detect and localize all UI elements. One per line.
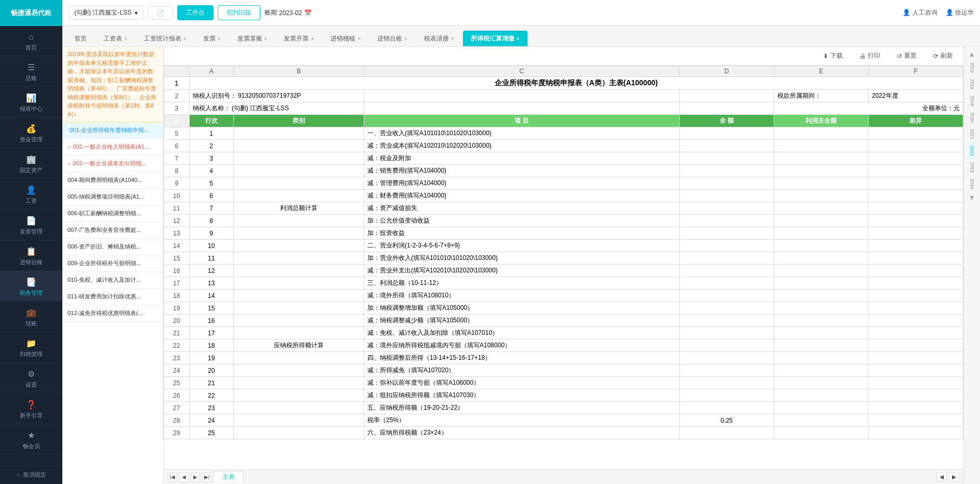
cell-18d[interactable] [679,290,774,302]
cell-19d[interactable] [679,302,774,315]
timeline-arrow-down[interactable]: ▼ [968,192,977,203]
cell-13e[interactable] [774,227,868,240]
cell-8e[interactable] [774,165,868,177]
cell-21a[interactable]: 17 [189,327,233,339]
cell-12d[interactable] [679,215,774,227]
tab-inout-ledger[interactable]: 进销台账 × [369,31,415,46]
tab-invoice-close[interactable]: × [218,36,221,42]
cell-15b[interactable] [233,252,364,265]
sidebar-item-tax[interactable]: 📑 税务管理 [0,271,62,302]
cell-19c[interactable]: 加：纳税调整增加额（填写A105000） [364,302,680,315]
cell-16c[interactable]: 减：营业外支出(填写A102010\102020\103000) [364,265,680,277]
cell-13d[interactable] [679,227,774,240]
cell-8d[interactable] [679,165,774,177]
cell-16b[interactable] [233,265,364,277]
cell-27e[interactable] [774,402,868,414]
cell-25e[interactable] [774,377,868,389]
sidebar-item-reports[interactable]: 📊 报表中心 [0,87,62,117]
tab-invoice-open[interactable]: 发票开票 × [276,31,322,46]
cell-27a[interactable]: 23 [189,402,233,414]
timeline-year-2024[interactable]: 2024 [969,176,975,192]
cell-14b[interactable] [233,240,364,252]
cell-15d[interactable] [679,252,774,265]
cell-28e[interactable] [774,414,868,427]
cell-24a[interactable]: 20 [189,364,233,377]
tab-salary[interactable]: 工资表 × [96,31,135,46]
cell-6a[interactable]: 2 [189,140,233,152]
cell-27f[interactable] [868,402,963,414]
table-scroll-right[interactable]: ▶ [949,473,959,481]
cell-5c[interactable]: 一、营业收入(填写A101010\101020\103000) [364,127,680,140]
cell-11f[interactable] [868,202,963,215]
sidebar-item-invoice[interactable]: 📄 发票管理 [0,210,62,240]
cell-20d[interactable] [679,315,774,327]
cell-13b[interactable] [233,227,364,240]
report-item-011[interactable]: 011-研发费用加计扣除优惠... [62,289,163,305]
timeline-year-2018[interactable]: 2018 [969,93,975,109]
tab-income-tax-close[interactable]: × [517,36,520,42]
cell-29a[interactable]: 25 [189,427,233,439]
cell-17f[interactable] [868,277,963,290]
cell-23d[interactable] [679,352,774,364]
report-item-006[interactable]: 006-职工薪酬纳税调整明细... [62,205,163,222]
cell-25d[interactable] [679,377,774,389]
cell-9d[interactable] [679,177,774,190]
sidebar-item-guide[interactable]: ❓ 新手引导 [0,394,62,424]
cell-27b[interactable] [233,402,364,414]
sidebar-pin-toggle[interactable]: ← 取消固定 [0,465,62,484]
sidebar-item-inout[interactable]: 📋 进销台账 [0,240,62,271]
cell-25a[interactable]: 21 [189,377,233,389]
cell-12b[interactable] [233,215,364,227]
cell-16f[interactable] [868,265,963,277]
cell-20a[interactable]: 16 [189,315,233,327]
sheet-nav-last[interactable]: ▶| [202,473,211,482]
cell-10b[interactable] [233,190,364,202]
cell-15a[interactable]: 11 [189,252,233,265]
cell-12a[interactable]: 8 [189,215,233,227]
cell-23a[interactable]: 19 [189,352,233,364]
cell-16e[interactable] [774,265,868,277]
cell-25b[interactable] [233,377,364,389]
report-item-003[interactable]: 003-一般企业成本支出明细... [62,155,163,172]
cell-8a[interactable]: 4 [189,165,233,177]
cell-29d[interactable] [679,427,774,439]
cell-9b[interactable] [233,177,364,190]
report-item-008[interactable]: 008-资产折旧、摊销及纳税... [62,239,163,255]
cell-17b[interactable] [233,277,364,290]
timeline-year-2022[interactable]: 2022 [969,142,975,159]
cell-19f[interactable] [868,302,963,315]
cell-5b[interactable] [233,127,364,140]
cell-22a[interactable]: 18 [189,339,233,352]
cell-12e[interactable] [774,215,868,227]
cell-7f[interactable] [868,152,963,165]
cell-13f[interactable] [868,227,963,240]
sidebar-item-home[interactable]: ⌂ 首页 [0,26,62,56]
cell-14a[interactable]: 10 [189,240,233,252]
cell-14e[interactable] [774,240,868,252]
tab-income-tax[interactable]: 所得税汇算清缴 × [463,31,527,46]
cell-21b[interactable] [233,327,364,339]
cell-15f[interactable] [868,252,963,265]
timeline-year-2016[interactable]: 2016 [969,76,975,93]
cell-24c[interactable]: 减：所得减免（填写A107020） [364,364,680,377]
doc-btn[interactable]: 📄 [148,6,173,20]
cell-27d[interactable] [679,402,774,414]
cell-9e[interactable] [774,177,868,190]
timeline-year-2021[interactable]: 2021 [969,126,975,142]
cell-18c[interactable]: 减：境外所得（填写A108010） [364,290,680,302]
cell-22d[interactable] [679,339,774,352]
cell-18a[interactable]: 14 [189,290,233,302]
cell-25c[interactable]: 减：弥补以前年度亏损（填写A106000） [364,377,680,389]
sidebar-item-member[interactable]: ★ 畅会员 [0,424,62,455]
cell-11d[interactable] [679,202,774,215]
cell-10f[interactable] [868,190,963,202]
cell-26b[interactable] [233,389,364,402]
table-scroll-left[interactable]: ◀ [936,473,947,481]
cell-10c[interactable]: 减：财务费用(填写A104000) [364,190,680,202]
cell-13c[interactable]: 加：投资收益 [364,227,680,240]
cell-24b[interactable] [233,364,364,377]
tab-home[interactable]: 首页 [67,31,95,46]
cell-29f[interactable] [868,427,963,439]
cell-24d[interactable] [679,364,774,377]
cell-6f[interactable] [868,140,963,152]
